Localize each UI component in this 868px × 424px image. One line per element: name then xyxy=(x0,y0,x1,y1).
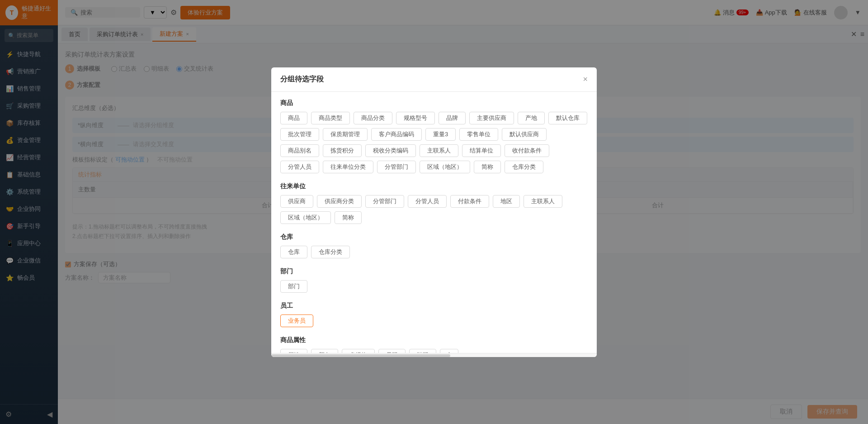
field-default-warehouse[interactable]: 默认仓库 xyxy=(548,112,587,124)
field-brand[interactable]: 品牌 xyxy=(439,112,466,124)
field-region2[interactable]: 地区 xyxy=(493,195,520,208)
section-employee-fields: 业务员 xyxy=(280,314,588,327)
modal-h-scrollbar[interactable] xyxy=(271,353,597,357)
section-warehouse: 仓库 仓库 仓库分类 xyxy=(280,233,588,258)
field-from-unit-cat[interactable]: 往来单位分类 xyxy=(323,161,373,173)
modal-header: 分组待选字段 × xyxy=(271,67,597,92)
field-size[interactable]: 尺码 xyxy=(378,349,406,353)
field-supplier[interactable]: 供应商 xyxy=(280,195,313,208)
modal-h-scrollbar-thumb xyxy=(271,354,450,357)
field-pick-score[interactable]: 拣货积分 xyxy=(323,144,362,157)
field-wh-cat[interactable]: 仓库分类 xyxy=(311,246,350,258)
field-batch[interactable]: 批次管理 xyxy=(280,128,319,141)
field-main-contact2[interactable]: 主联系人 xyxy=(524,195,562,208)
section-employee-title: 员工 xyxy=(280,302,588,310)
field-manager2[interactable]: 分管人员 xyxy=(408,195,447,208)
field-payment[interactable]: 付款条件 xyxy=(450,195,489,208)
section-counterpart-title: 往来单位 xyxy=(280,182,588,191)
field-shoe-code[interactable]: 鞋码 xyxy=(409,349,436,353)
field-payment-terms[interactable]: 收付款条件 xyxy=(505,144,549,157)
field-settlement[interactable]: 结算单位 xyxy=(462,144,501,157)
field-dept2[interactable]: 分管部门 xyxy=(365,195,404,208)
section-goods: 商品 商品 商品类型 商品分类 规格型号 品牌 主要供应商 产地 默认仓库 批次… xyxy=(280,99,588,173)
section-goods-attr-title: 商品属性 xyxy=(280,336,588,344)
section-goods-title: 商品 xyxy=(280,99,588,107)
section-counterpart: 往来单位 供应商 供应商分类 分管部门 分管人员 付款条件 地区 主联系人 区域… xyxy=(280,182,588,224)
field-dept[interactable]: 分管部门 xyxy=(377,161,416,173)
field-select-modal: 分组待选字段 × 商品 商品 商品类型 商品分类 规格型号 品牌 主要供应商 产… xyxy=(271,67,597,357)
field-region[interactable]: 区域（地区） xyxy=(420,161,470,173)
modal-body: 商品 商品 商品类型 商品分类 规格型号 品牌 主要供应商 产地 默认仓库 批次… xyxy=(271,92,597,353)
field-alias[interactable]: 商品别名 xyxy=(280,144,319,157)
field-main-supplier[interactable]: 主要供应商 xyxy=(469,112,514,124)
field-warehouse-cat[interactable]: 仓库分类 xyxy=(505,161,543,173)
section-goods-attr: 商品属性 属性 颜色 多规格 尺码 鞋码 1 xyxy=(280,336,588,353)
field-multi-spec[interactable]: 多规格 xyxy=(342,349,375,353)
section-goods-attr-fields: 属性 颜色 多规格 尺码 鞋码 1 xyxy=(280,349,588,353)
field-default-supplier[interactable]: 默认供应商 xyxy=(502,128,547,141)
field-one[interactable]: 1 xyxy=(440,349,458,353)
field-region3[interactable]: 区域（地区） xyxy=(280,211,331,224)
field-retail-unit[interactable]: 零售单位 xyxy=(459,128,498,141)
field-color[interactable]: 颜色 xyxy=(311,349,338,353)
modal-close-button[interactable]: × xyxy=(583,75,588,84)
field-attr[interactable]: 属性 xyxy=(280,349,307,353)
field-goods-category[interactable]: 商品分类 xyxy=(354,112,392,124)
section-dept-title: 部门 xyxy=(280,267,588,276)
field-abbr2[interactable]: 简称 xyxy=(335,211,362,224)
field-main-contact[interactable]: 主联系人 xyxy=(420,144,458,157)
modal-overlay[interactable]: 分组待选字段 × 商品 商品 商品类型 商品分类 规格型号 品牌 主要供应商 产… xyxy=(0,0,868,424)
field-weight3[interactable]: 重量3 xyxy=(425,128,456,141)
field-goods-type[interactable]: 商品类型 xyxy=(311,112,350,124)
field-sales-rep[interactable]: 业务员 xyxy=(280,314,313,327)
section-counterpart-fields: 供应商 供应商分类 分管部门 分管人员 付款条件 地区 主联系人 区域（地区） … xyxy=(280,195,588,224)
section-warehouse-title: 仓库 xyxy=(280,233,588,241)
field-goods-name[interactable]: 商品 xyxy=(280,112,307,124)
section-dept: 部门 部门 xyxy=(280,267,588,293)
field-dept3[interactable]: 部门 xyxy=(280,280,307,293)
field-goods-spec[interactable]: 规格型号 xyxy=(396,112,435,124)
field-tax-code[interactable]: 税收分类编码 xyxy=(365,144,416,157)
field-origin[interactable]: 产地 xyxy=(518,112,545,124)
field-quality[interactable]: 保质期管理 xyxy=(323,128,368,141)
field-supplier-cat[interactable]: 供应商分类 xyxy=(317,195,362,208)
field-customer-code[interactable]: 客户商品编码 xyxy=(371,128,422,141)
section-dept-fields: 部门 xyxy=(280,280,588,293)
field-manager[interactable]: 分管人员 xyxy=(280,161,319,173)
field-wh[interactable]: 仓库 xyxy=(280,246,307,258)
modal-title: 分组待选字段 xyxy=(280,75,324,84)
section-employee: 员工 业务员 xyxy=(280,302,588,327)
section-warehouse-fields: 仓库 仓库分类 xyxy=(280,246,588,258)
field-abbr[interactable]: 简称 xyxy=(474,161,501,173)
section-goods-fields: 商品 商品类型 商品分类 规格型号 品牌 主要供应商 产地 默认仓库 批次管理 … xyxy=(280,112,588,173)
